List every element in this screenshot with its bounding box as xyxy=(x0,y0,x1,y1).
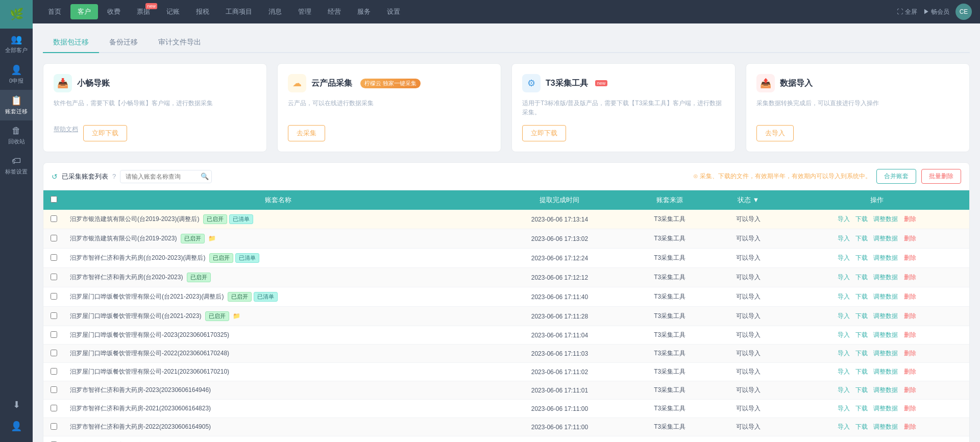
row-adjust-btn[interactable]: 调整数据 xyxy=(873,254,898,261)
sidebar-item-all-clients[interactable]: 👥 全部客户 xyxy=(0,29,33,59)
nav-client[interactable]: 客户 xyxy=(70,4,98,19)
refresh-icon[interactable]: ↺ xyxy=(52,173,58,181)
row-checkbox[interactable] xyxy=(51,350,57,356)
row-adjust-btn[interactable]: 调整数据 xyxy=(873,274,898,281)
row-delete-btn[interactable]: 删除 xyxy=(904,293,916,300)
download-now-btn[interactable]: 立即下载 xyxy=(83,125,127,141)
nav-message[interactable]: 消息 xyxy=(261,4,289,19)
row-delete-btn[interactable]: 删除 xyxy=(904,235,916,242)
sidebar-item-download[interactable]: ⬇ xyxy=(0,394,33,415)
sidebar-item-account-migration[interactable]: 📋 账套迁移 xyxy=(0,90,33,120)
nav-business[interactable]: 工商项目 xyxy=(218,4,259,19)
row-adjust-btn[interactable]: 调整数据 xyxy=(873,331,898,338)
row-checkbox[interactable] xyxy=(51,235,57,241)
row-download-btn[interactable]: 下载 xyxy=(855,312,868,320)
fullscreen-btn[interactable]: ⛶ 全屏 xyxy=(897,8,917,16)
nav-management[interactable]: 管理 xyxy=(291,4,318,19)
row-checkbox[interactable] xyxy=(51,254,57,261)
nav-billing[interactable]: 收费 xyxy=(100,4,128,19)
row-download-btn[interactable]: 下载 xyxy=(855,215,868,223)
row-checkbox[interactable] xyxy=(51,331,57,338)
row-import-btn[interactable]: 导入 xyxy=(838,386,850,394)
row-delete-btn[interactable]: 删除 xyxy=(904,254,916,261)
row-import-btn[interactable]: 导入 xyxy=(838,215,850,223)
row-checkbox[interactable] xyxy=(51,368,57,375)
row-import-btn[interactable]: 导入 xyxy=(838,350,850,357)
row-checkbox[interactable] xyxy=(51,405,57,411)
nav-home[interactable]: 首页 xyxy=(41,4,68,19)
row-delete-btn[interactable]: 删除 xyxy=(904,405,916,412)
go-collect-btn[interactable]: 去采集 xyxy=(288,125,325,141)
row-checkbox[interactable] xyxy=(51,215,57,222)
row-download-btn[interactable]: 下载 xyxy=(855,405,868,412)
member-btn[interactable]: ▶ 畅会员 xyxy=(923,8,949,16)
batch-delete-btn[interactable]: 批量删除 xyxy=(921,169,961,184)
help-doc-link[interactable]: 帮助文档 xyxy=(54,125,78,141)
row-import-btn[interactable]: 导入 xyxy=(838,368,850,375)
row-adjust-btn[interactable]: 调整数据 xyxy=(873,350,898,357)
nav-operation[interactable]: 经营 xyxy=(321,4,348,19)
row-delete-btn[interactable]: 删除 xyxy=(904,386,916,394)
row-download-btn[interactable]: 下载 xyxy=(855,235,868,242)
row-checkbox[interactable] xyxy=(51,293,57,300)
row-checkbox[interactable] xyxy=(51,274,57,280)
tab-data-migration[interactable]: 数据包迁移 xyxy=(43,33,99,53)
row-checkbox[interactable] xyxy=(51,312,57,319)
sidebar-item-user-profile[interactable]: 👤 xyxy=(0,415,33,437)
row-import-btn[interactable]: 导入 xyxy=(838,331,850,338)
nav-settings[interactable]: 设置 xyxy=(380,4,407,19)
row-adjust-btn[interactable]: 调整数据 xyxy=(873,312,898,320)
row-download-btn[interactable]: 下载 xyxy=(855,368,868,375)
help-icon[interactable]: ? xyxy=(112,173,116,180)
row-adjust-btn[interactable]: 调整数据 xyxy=(873,215,898,223)
row-import-btn[interactable]: 导入 xyxy=(838,312,850,320)
tab-audit-export[interactable]: 审计文件导出 xyxy=(148,33,211,53)
row-checkbox-cell xyxy=(43,268,64,287)
search-input[interactable] xyxy=(120,170,212,183)
go-import-btn[interactable]: 去导入 xyxy=(756,125,794,141)
row-import-btn[interactable]: 导入 xyxy=(838,274,850,281)
row-adjust-btn[interactable]: 调整数据 xyxy=(873,405,898,412)
row-delete-btn[interactable]: 删除 xyxy=(904,215,916,223)
merge-account-btn[interactable]: 合并账套 xyxy=(876,169,916,184)
sidebar-item-trash[interactable]: 🗑 回收站 xyxy=(0,120,33,151)
nav-service[interactable]: 服务 xyxy=(350,4,378,19)
nav-bookkeeping[interactable]: 记账 xyxy=(159,4,187,19)
row-import-btn[interactable]: 导入 xyxy=(838,423,850,430)
row-download-btn[interactable]: 下载 xyxy=(855,254,868,261)
row-download-btn[interactable]: 下载 xyxy=(855,274,868,281)
row-adjust-btn[interactable]: 调整数据 xyxy=(873,386,898,394)
sidebar-item-tag-settings[interactable]: 🏷 标签设置 xyxy=(0,151,33,181)
nav-invoice[interactable]: 票据 new xyxy=(130,4,157,19)
row-download-btn[interactable]: 下载 xyxy=(855,386,868,394)
row-delete-btn[interactable]: 删除 xyxy=(904,312,916,320)
download-now-t3-btn[interactable]: 立即下载 xyxy=(522,125,566,141)
row-adjust-btn[interactable]: 调整数据 xyxy=(873,235,898,242)
row-adjust-btn[interactable]: 调整数据 xyxy=(873,423,898,430)
row-checkbox[interactable] xyxy=(51,386,57,393)
content-area: 数据包迁移 备份迁移 审计文件导出 📥 小畅导账 软件包产品，需要下载【小畅导账… xyxy=(33,23,980,442)
row-delete-btn[interactable]: 删除 xyxy=(904,331,916,338)
search-submit-icon[interactable]: 🔍 xyxy=(201,173,209,180)
sidebar-item-zero-report[interactable]: 👤 0申报 xyxy=(0,59,33,90)
tab-backup-migration[interactable]: 备份迁移 xyxy=(99,33,148,53)
row-download-btn[interactable]: 下载 xyxy=(855,293,868,300)
row-download-btn[interactable]: 下载 xyxy=(855,350,868,357)
row-import-btn[interactable]: 导入 xyxy=(838,405,850,412)
row-download-btn[interactable]: 下载 xyxy=(855,423,868,430)
row-import-btn[interactable]: 导入 xyxy=(838,235,850,242)
nav-tax[interactable]: 报税 xyxy=(189,4,216,19)
row-import-btn[interactable]: 导入 xyxy=(838,293,850,300)
row-import-btn[interactable]: 导入 xyxy=(838,254,850,261)
col-status[interactable]: 状态 ▼ xyxy=(713,190,784,210)
row-delete-btn[interactable]: 删除 xyxy=(904,368,916,375)
row-delete-btn[interactable]: 删除 xyxy=(904,423,916,430)
row-checkbox[interactable] xyxy=(51,423,57,430)
row-download-btn[interactable]: 下载 xyxy=(855,331,868,338)
row-delete-btn[interactable]: 删除 xyxy=(904,274,916,281)
row-delete-btn[interactable]: 删除 xyxy=(904,350,916,357)
row-adjust-btn[interactable]: 调整数据 xyxy=(873,293,898,300)
user-avatar[interactable]: CE xyxy=(955,4,972,20)
row-adjust-btn[interactable]: 调整数据 xyxy=(873,368,898,375)
select-all-checkbox[interactable] xyxy=(51,196,57,203)
